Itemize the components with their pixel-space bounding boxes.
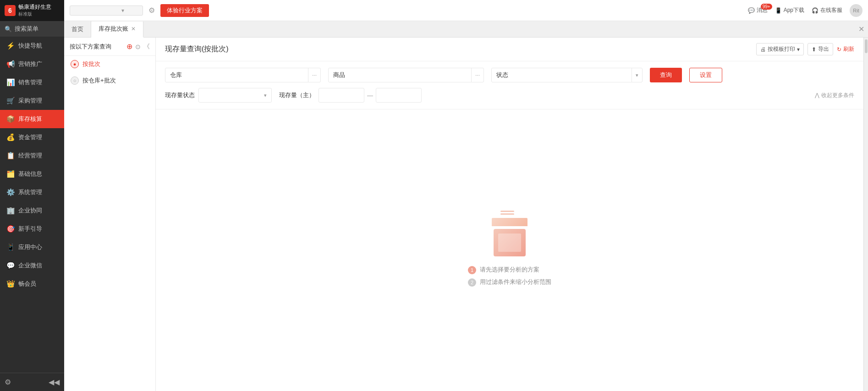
tab-home[interactable]: 首页 (64, 21, 91, 37)
panel-header-actions: ⊕ ⊙ 《 (126, 42, 150, 51)
tab-close-icon[interactable]: ✕ (131, 26, 136, 32)
empty-box (494, 229, 526, 256)
panel-collapse-icon[interactable]: 《 (143, 43, 150, 51)
content-area: 按以下方案查询 ⊕ ⊙ 《 ● 按批次 ○ 按仓库+批次 现存量查询(按批次) (64, 38, 868, 391)
sidebar-item-quick-nav[interactable]: ⚡ 快捷导航 (0, 37, 64, 55)
right-scrollbar[interactable] (863, 38, 868, 391)
app-download-btn[interactable]: 📱 App下载 (775, 6, 804, 14)
user-name: Rit (853, 8, 859, 13)
panel-header: 按以下方案查询 ⊕ ⊙ 《 (64, 38, 155, 56)
panel-setting-icon[interactable]: ⊙ (135, 43, 141, 50)
step-2-num: 2 (468, 278, 476, 287)
main-area: ▾ ⚙ 体验行业方案 💬 消息 99+ 📱 App下载 🎧 在线客服 Rit (64, 0, 868, 391)
empty-decoration-lines (500, 211, 514, 215)
online-service-label: 在线客服 (820, 6, 842, 14)
sales-icon: 📊 (6, 78, 15, 87)
warehouse-more-btn[interactable]: ··· (308, 68, 320, 82)
sidebar-search[interactable]: 🔍 搜索菜单 (0, 21, 64, 37)
close-panel-btn[interactable]: ✕ (858, 25, 864, 33)
plan-batch-icon: ● (71, 60, 79, 68)
product-more-btn[interactable]: ··· (471, 68, 483, 82)
inventory-status-field: 现存量状态 ▾ (165, 88, 272, 103)
experience-btn[interactable]: 体验行业方案 (160, 4, 209, 17)
sidebar-item-enterprise-wechat[interactable]: 💬 企业微信 (0, 256, 64, 275)
empty-state: 1 请先选择要分析的方案 2 用过滤条件来缩小分析范围 (156, 109, 863, 391)
export-icon: ⬆ (812, 46, 816, 53)
finance-icon: 💰 (6, 133, 15, 141)
topbar-right: 💬 消息 99+ 📱 App下载 🎧 在线客服 Rit (748, 4, 863, 17)
plan-item-warehouse-batch[interactable]: ○ 按仓库+批次 (64, 72, 155, 89)
inventory-status-select[interactable]: ▾ (198, 88, 272, 103)
marketing-icon: 📢 (6, 60, 15, 68)
sidebar-item-member[interactable]: 👑 畅会员 (0, 275, 64, 293)
topbar-search-area[interactable]: ▾ (70, 5, 143, 16)
settings-gear-icon[interactable]: ⚙ (5, 378, 11, 386)
status-input[interactable] (513, 68, 632, 82)
sidebar-footer: ⚙ ◀◀ (0, 373, 64, 391)
sidebar-item-finance[interactable]: 💰 资金管理 (0, 128, 64, 147)
sidebar-item-sales[interactable]: 📊 销售管理 (0, 73, 64, 92)
sidebar-item-label: 经营管理 (18, 152, 42, 160)
page-header: 现存量查询(按批次) 🖨 按模板打印 ▾ ⬆ 导出 ↻ 刷新 (156, 38, 863, 61)
collapse-sidebar-icon[interactable]: ◀◀ (49, 378, 60, 386)
query-btn[interactable]: 查询 (650, 68, 682, 82)
plan-warehouse-batch-label: 按仓库+批次 (82, 76, 116, 85)
status-label: 状态 (492, 71, 513, 79)
sidebar-item-system[interactable]: ⚙️ 系统管理 (0, 183, 64, 201)
product-label: 商品 (329, 71, 350, 79)
sidebar-item-inventory[interactable]: 📦 库存核算 (0, 110, 64, 128)
sidebar-item-label: 应用中心 (18, 243, 42, 251)
basic-info-icon: 🗂️ (6, 170, 15, 178)
print-btn[interactable]: 🖨 按模板打印 ▾ (756, 43, 804, 55)
sidebar-item-purchase[interactable]: 🛒 采购管理 (0, 92, 64, 110)
quantity-to-input[interactable] (376, 88, 422, 103)
sidebar-item-basic-info[interactable]: 🗂️ 基础信息 (0, 165, 64, 183)
sidebar-item-label: 采购管理 (18, 97, 42, 105)
sidebar-item-newbie[interactable]: 🎯 新手引导 (0, 220, 64, 238)
sidebar-item-app-center[interactable]: 📱 应用中心 (0, 238, 64, 256)
quantity-from-input[interactable] (319, 88, 364, 103)
enterprise-icon: 🏢 (6, 206, 15, 215)
topbar: ▾ ⚙ 体验行业方案 💬 消息 99+ 📱 App下载 🎧 在线客服 Rit (64, 0, 868, 21)
empty-illustration (487, 211, 533, 256)
print-label: 按模板打印 (768, 45, 795, 53)
collapse-icon: ⋀ (815, 92, 819, 98)
sidebar-item-label: 资金管理 (18, 133, 42, 141)
status-dropdown-arrow[interactable]: ▾ (632, 68, 642, 82)
page-actions: 🖨 按模板打印 ▾ ⬆ 导出 ↻ 刷新 (756, 43, 854, 55)
search-label: 搜索菜单 (15, 25, 38, 33)
sidebar-item-label: 快捷导航 (18, 42, 42, 50)
step-1-num: 1 (468, 266, 476, 274)
member-icon: 👑 (6, 280, 15, 288)
print-dropdown-arrow[interactable]: ▾ (797, 46, 800, 53)
plan-item-batch[interactable]: ● 按批次 (64, 56, 155, 72)
operations-icon: 📋 (6, 152, 15, 160)
online-service-btn[interactable]: 🎧 在线客服 (812, 6, 842, 14)
sidebar-item-operations[interactable]: 📋 经营管理 (0, 147, 64, 165)
panel-add-btn[interactable]: ⊕ (126, 42, 132, 51)
step-2-text: 用过滤条件来缩小分析范围 (480, 278, 551, 286)
warehouse-input[interactable] (187, 68, 308, 82)
app-name: 畅康通好生意 (18, 4, 51, 11)
filter-settings-btn[interactable]: 设置 (689, 68, 722, 82)
topbar-search-input[interactable] (74, 7, 120, 14)
collapse-filter-btn[interactable]: ⋀ 收起更多条件 (815, 92, 854, 99)
sidebar: 6 畅康通好生意 标准版 🔍 搜索菜单 ⚡ 快捷导航 📢 营销推广 📊 销售管理… (0, 0, 64, 391)
refresh-icon: ↻ (837, 46, 841, 53)
product-input[interactable] (350, 68, 471, 82)
page-title: 现存量查询(按批次) (165, 44, 229, 54)
topbar-gear-icon[interactable]: ⚙ (148, 6, 155, 15)
inventory-icon: 📦 (6, 115, 15, 123)
tab-inventory-batch[interactable]: 库存批次账 ✕ (91, 22, 143, 38)
messages-btn[interactable]: 💬 消息 99+ (748, 6, 768, 14)
sidebar-item-label: 系统管理 (18, 188, 42, 196)
left-panel: 按以下方案查询 ⊕ ⊙ 《 ● 按批次 ○ 按仓库+批次 (64, 38, 156, 391)
topbar-dropdown-arrow[interactable]: ▾ (121, 7, 124, 14)
print-icon: 🖨 (760, 46, 766, 53)
sidebar-item-enterprise[interactable]: 🏢 企业协同 (0, 201, 64, 220)
sidebar-item-label: 销售管理 (18, 78, 42, 87)
export-btn[interactable]: ⬆ 导出 (808, 43, 833, 55)
user-avatar-btn[interactable]: Rit (850, 4, 863, 17)
refresh-btn[interactable]: ↻ 刷新 (837, 45, 854, 53)
sidebar-item-marketing[interactable]: 📢 营销推广 (0, 55, 64, 73)
